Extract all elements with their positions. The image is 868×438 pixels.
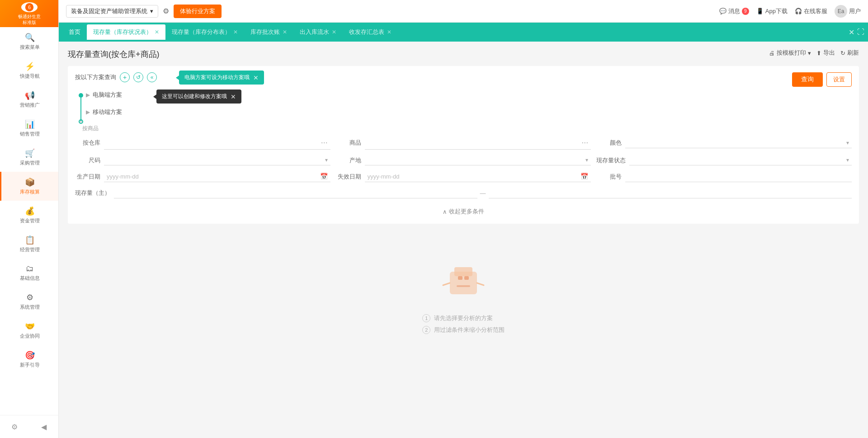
scheme-desktop-label: 电脑端方案 [93,91,122,99]
tab-in-out-flow[interactable]: 出入库流水 ✕ [293,24,343,40]
settings-btn[interactable]: 设置 [826,72,852,87]
sidebar-item-label: 库存核算 [20,188,40,195]
refresh-scheme-btn[interactable]: ↺ [133,72,143,82]
tab-close-icon[interactable]: ✕ [387,29,392,35]
warehouse-text-input[interactable] [107,139,319,146]
stock-main-to[interactable] [489,188,852,198]
stock-main-from[interactable] [114,188,477,198]
size-dropdown-icon: ▾ [325,157,328,163]
goods-input[interactable]: ··· [365,136,591,150]
refresh-btn[interactable]: ↻ 刷新 [840,49,859,57]
export-btn[interactable]: ⬆ 导出 [816,49,835,57]
warehouse-input[interactable]: ··· [104,136,330,150]
collapse-icon: ∧ [443,208,447,215]
scheme-list: ▶ 电脑端方案 这里可以创建和修改方案哦 ✕ ▶ 移动端方案 [82,89,852,118]
color-dropdown-icon: ▾ [846,140,849,146]
finance-icon: 💰 [25,206,35,216]
app-download-btn[interactable]: 📱 App下载 [756,7,788,15]
arrow-scheme-btn[interactable]: « [147,72,157,82]
sidebar-item-guide[interactable]: 🎯 新手引导 [0,345,58,374]
user-menu[interactable]: Ea 用户 [835,5,861,18]
print-btn[interactable]: 🖨 按模板打印 ▾ [769,49,811,57]
color-select[interactable]: ▾ [625,138,852,148]
tab-receive-send-summary[interactable]: 收发存汇总表 ✕ [343,24,398,40]
sidebar-item-label: 系统管理 [20,304,40,311]
tab-close-all-icon[interactable]: ✕ [849,28,854,37]
sidebar-item-enterprise[interactable]: 🤝 企业协同 [0,316,58,345]
sidebar-item-quick-nav[interactable]: ⚡ 快捷导航 [0,56,58,85]
sidebar-item-purchase[interactable]: 🛒 采购管理 [0,143,58,172]
add-scheme-btn[interactable]: + [120,72,130,82]
system-dropdown[interactable]: 装备及固定资产辅助管理系统 ▾ [66,5,158,18]
sidebar-item-inventory[interactable]: 📦 库存核算 [0,172,58,201]
calendar-icon-prod[interactable]: 📅 [320,173,328,180]
origin-select[interactable]: ▾ [365,155,591,165]
warehouse-field: 按仓库 ··· [75,136,330,150]
filter-row-3: 生产日期 yyyy-mm-dd 📅 失效日期 yyyy-mm-dd 📅 [75,171,852,182]
expire-date-field: 失效日期 yyyy-mm-dd 📅 [336,171,591,182]
scheme-edit-tooltip-wrapper: 这里可以创建和修改方案哦 ✕ [156,89,241,104]
tab-batch-account[interactable]: 库存批次账 ✕ [244,24,293,40]
sidebar-item-label: 营销推广 [20,102,40,108]
scheme-mobile[interactable]: ▶ 移动端方案 [82,106,852,118]
tab-close-icon[interactable]: ✕ [283,29,287,35]
sidebar: 6 畅通好生意 标准版 🔍 搜索菜单 ⚡ 快捷导航 📢 营销推广 📊 销售管理 … [0,0,59,438]
sidebar-item-label: 基础信息 [20,275,40,282]
size-select[interactable]: ▾ [104,155,330,165]
sidebar-item-marketing[interactable]: 📢 营销推广 [0,85,58,114]
message-badge: 9 [742,8,749,15]
svg-text:6: 6 [28,4,30,9]
sidebar-settings-btn[interactable]: ⚙ [8,420,21,433]
sidebar-item-search-menu[interactable]: 🔍 搜索菜单 [0,27,58,56]
sidebar-item-label: 销售管理 [20,131,40,137]
headset-icon: 🎧 [795,8,802,14]
stock-status-select[interactable]: ▾ [629,155,852,165]
main-area: 装备及固定资产辅助管理系统 ▾ ⚙ 体验行业方案 💬 消息 9 📱 App下载 … [59,0,868,438]
filter-row-4: 现存量（主） — [75,188,852,198]
page-actions: 🖨 按模板打印 ▾ ⬆ 导出 ↻ 刷新 [769,49,859,57]
tab-home[interactable]: 首页 [62,24,87,40]
enterprise-icon: 🤝 [25,321,35,331]
message-btn[interactable]: 💬 消息 9 [719,7,749,15]
scheme-edit-close[interactable]: ✕ [231,93,236,100]
tab-close-icon[interactable]: ✕ [332,29,336,35]
batch-input[interactable] [625,171,852,182]
sidebar-item-operations[interactable]: 📋 经营管理 [0,230,58,259]
refresh-icon: ↻ [840,50,845,57]
sidebar-item-system[interactable]: ⚙ 系统管理 [0,287,58,316]
tab-inventory-status[interactable]: 现存量（库存状况表） ✕ [87,24,165,40]
filter-sub-label: 按商品 [82,125,852,132]
sidebar-collapse-btn[interactable]: ◀ [37,420,51,433]
tab-label: 库存批次账 [250,28,280,36]
scheme-tooltip-close[interactable]: ✕ [253,74,259,81]
print-dropdown-icon: ▾ [808,50,811,57]
size-label: 尺码 [75,156,100,165]
scheme-arrow-icon-mobile: ▶ [86,109,90,115]
prod-date-input[interactable]: yyyy-mm-dd 📅 [104,171,330,182]
scheme-mobile-label: 移动端方案 [93,108,122,116]
expire-date-input[interactable]: yyyy-mm-dd 📅 [365,171,591,182]
online-service-btn[interactable]: 🎧 在线客服 [795,7,827,15]
goods-dots-icon[interactable]: ··· [581,138,588,147]
tab-fullscreen-icon[interactable]: ⛶ [857,28,864,37]
sales-icon: 📊 [25,119,35,129]
calendar-icon-expire[interactable]: 📅 [580,173,588,180]
tab-close-icon[interactable]: ✕ [155,29,159,35]
color-label: 颜色 [596,139,622,147]
phone-icon: 📱 [756,8,764,14]
sidebar-item-finance[interactable]: 💰 资金管理 [0,201,58,230]
stock-status-label: 现存量状态 [596,156,626,165]
quick-nav-icon: ⚡ [25,61,35,71]
goods-text-input[interactable] [368,139,580,146]
gear-icon[interactable]: ⚙ [163,7,169,15]
tab-close-icon[interactable]: ✕ [233,29,238,35]
sidebar-item-sales[interactable]: 📊 销售管理 [0,114,58,143]
experience-btn[interactable]: 体验行业方案 [174,5,222,18]
basic-info-icon: 🗂 [26,264,34,273]
tab-inventory-dist[interactable]: 现存量（库存分布表） ✕ [165,24,244,40]
collapse-bar[interactable]: ∧ 收起更多条件 [75,204,852,217]
sidebar-item-basic-info[interactable]: 🗂 基础信息 [0,259,58,287]
query-btn[interactable]: 查询 [792,72,823,87]
stock-main-range: — [114,188,852,198]
warehouse-dots-icon[interactable]: ··· [321,138,328,147]
